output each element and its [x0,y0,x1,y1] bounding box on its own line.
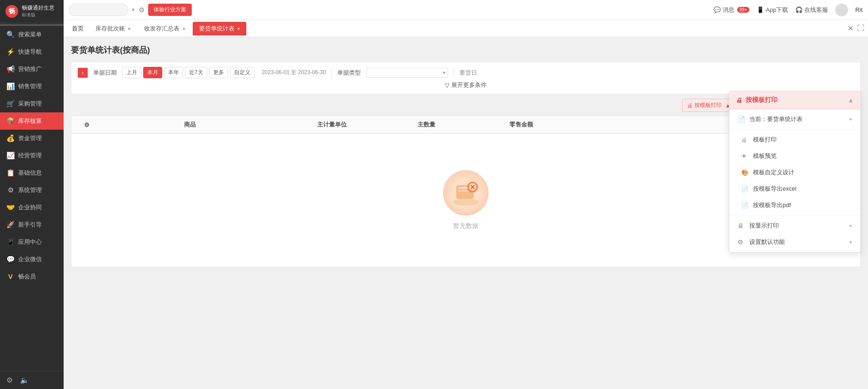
sidebar-item-label: 快捷导航 [18,48,42,56]
pd-current-label: 当前：要货单统计表 [749,115,803,123]
pd-display-print[interactable]: 🖥 按显示打印 ▾ [729,217,860,234]
sidebar-item-basic[interactable]: 📋 基础信息 [0,164,64,182]
sidebar-item-label: 系统管理 [18,186,42,194]
inventory-icon: 📦 [6,117,15,125]
sidebar-item-label: 营销推广 [18,65,42,73]
sidebar-item-sales[interactable]: 📊 销售管理 [0,78,64,95]
date-year-btn[interactable]: 本年 [164,67,183,78]
pd-export-excel-icon: 📄 [741,186,748,192]
tab-order-stats-label: 要货单统计表 [199,25,234,33]
tab-order-stats[interactable]: 要货单统计表 × [193,22,246,35]
pd-template-preview[interactable]: 👁 模板预览 [729,148,860,164]
app-download-item[interactable]: 📱 App下载 [757,6,788,14]
topbar-chevron-icon[interactable]: ▾ [132,6,135,13]
pd-header-title: 🖨 按模板打印 [736,96,778,104]
pd-template-print-icon: 🖨 [741,136,748,143]
sidebar-item-enterprise[interactable]: 🤝 企业协同 [0,199,64,216]
tab-collection-close[interactable]: × [182,26,185,31]
date-7d-btn[interactable]: 近7天 [185,67,207,78]
main-area: ▾ ⚙ 体验行业方案 💬 消息 99+ 📱 App下载 🎧 在线客服 Rit 首… [64,0,868,389]
tab-home[interactable]: 首页 [67,22,88,35]
date-prev-btn[interactable]: 上月 [122,67,141,78]
tab-batch-close[interactable]: × [128,26,130,31]
sidebar-item-label: 畅会员 [18,273,36,281]
sound-icon[interactable]: 🔈 [20,376,29,384]
online-service-label: 在线客服 [804,6,828,14]
svg-rect-3 [458,190,468,192]
order-type-select[interactable] [366,68,448,78]
maximize-icon[interactable]: ⛶ [857,24,864,33]
print-dropdown: 🖨 按模板打印 ▲ 📄 当前：要货单统计表 ▾ 🖨 模板打印 [729,91,861,253]
th-unit: 主计量单位 [284,121,379,129]
sidebar-logo: 畅 畅赚通好生意 标准版 [0,0,64,23]
sidebar-item-label: 应用中心 [18,238,42,246]
pd-template-design[interactable]: 🎨 模板自定义设计 [729,164,860,181]
sidebar-item-operation[interactable]: 📈 经营管理 [0,147,64,164]
pd-display-section: 🖥 按显示打印 ▾ ⚙ 设置默认功能 ▾ [729,216,860,252]
sidebar-item-label: 企业协同 [18,203,42,212]
order-date-label: 要货日 [459,69,477,77]
sidebar-item-appstore[interactable]: 📱 应用中心 [0,233,64,251]
settings-icon[interactable]: ⚙ [6,376,13,384]
app-icon: 📱 [757,6,764,13]
pd-export-excel-label: 按模板导出excel [753,185,796,193]
marketing-icon: 📢 [6,65,15,73]
tab-batch[interactable]: 库存批次账 × [89,22,137,35]
pd-default-func-label: 设置默认功能 [749,238,785,246]
date-curr-btn[interactable]: 本月 [143,67,162,78]
filter-bar: › 单据日期 上月 本月 本年 近7天 更多 自定义 2023-06-01 至 … [71,62,861,94]
trial-btn[interactable]: 体验行业方案 [148,4,192,16]
filter-row: › 单据日期 上月 本月 本年 近7天 更多 自定义 2023-06-01 至 … [78,67,854,78]
empty-text: 暂无数据 [453,222,479,230]
filter-expand-toggle[interactable]: › [78,68,88,78]
sidebar-item-label: 经营管理 [18,152,42,160]
pd-export-pdf[interactable]: 📄 按模板导出pdf [729,197,860,213]
th-product: 商品 [95,121,284,129]
sidebar-item-marketing[interactable]: 📢 营销推广 [0,61,64,78]
pd-current-item[interactable]: 📄 当前：要货单统计表 ▾ [729,111,860,127]
message-item[interactable]: 💬 消息 99+ [713,6,749,14]
expand-btn[interactable]: ▽ 展开更多条件 [78,81,854,89]
tab-home-label: 首页 [72,25,84,33]
online-service-item[interactable]: 🎧 在线客服 [795,6,828,14]
sidebar-item-member[interactable]: V 畅会员 [0,268,64,285]
sidebar-item-label: 企业微信 [18,255,42,263]
sidebar-item-inventory[interactable]: 📦 库存核算 [0,112,64,130]
pd-template-print[interactable]: 🖨 模板打印 [729,131,860,148]
pd-items-section: 🖨 模板打印 👁 模板预览 🎨 模板自定义设计 📄 按模板导出excel 📄 [729,130,860,216]
sidebar: 畅 畅赚通好生意 标准版 🔍 搜索菜单 ⚡ 快捷导航 📢 营销推广 📊 销售管理… [0,0,64,389]
pd-chevron-up-icon[interactable]: ▲ [848,96,854,104]
sidebar-item-shortcut[interactable]: ⚡ 快捷导航 [0,43,64,61]
order-type-label: 单据类型 [337,69,361,77]
date-custom-btn[interactable]: 自定义 [230,67,254,78]
sidebar-item-purchase[interactable]: 🛒 采购管理 [0,95,64,112]
sidebar-item-system[interactable]: ⚙ 系统管理 [0,182,64,199]
pd-print-icon: 🖨 [736,96,742,104]
sidebar-item-wechat[interactable]: 💬 企业微信 [0,251,64,268]
sidebar-item-finance[interactable]: 💰 资金管理 [0,130,64,147]
sidebar-nav: 🔍 搜索菜单 ⚡ 快捷导航 📢 营销推广 📊 销售管理 🛒 采购管理 📦 库存核… [0,26,64,371]
pd-template-print-label: 模板打印 [753,136,777,144]
topbar-gear-icon[interactable]: ⚙ [139,6,145,14]
pd-export-pdf-label: 按模板导出pdf [753,201,791,209]
sales-icon: 📊 [6,82,15,91]
sidebar-item-guide[interactable]: 🚀 新手引导 [0,216,64,233]
avatar[interactable] [835,4,848,16]
tab-order-stats-close[interactable]: × [237,26,240,31]
tab-collection-label: 收发存汇总表 [144,25,180,33]
print-btn[interactable]: 🖨 按模板打印 ▲ [682,99,736,112]
date-more-btn[interactable]: 更多 [209,67,228,78]
basic-icon: 📋 [6,169,15,177]
tab-collection[interactable]: 收发存汇总表 × [138,22,191,35]
sidebar-item-search[interactable]: 🔍 搜索菜单 [0,26,64,43]
print-icon: 🖨 [687,102,693,109]
filter-divider [331,68,332,77]
empty-illustration [443,170,489,216]
pd-default-func[interactable]: ⚙ 设置默认功能 ▾ [729,234,860,250]
search-menu-icon: 🔍 [6,30,15,39]
logo-edition: 标准版 [22,12,55,18]
pd-export-excel[interactable]: 📄 按模板导出excel [729,181,860,197]
expand-icon: ▽ [445,82,449,89]
close-window-icon[interactable]: ✕ [848,24,853,33]
pd-current-icon: 📄 [738,116,745,123]
